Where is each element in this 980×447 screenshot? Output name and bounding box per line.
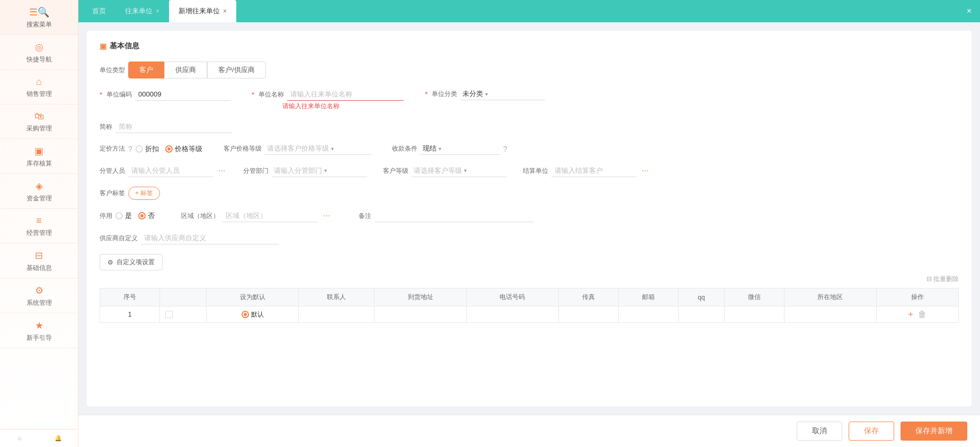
- disabled-no-circle: [138, 212, 146, 220]
- col-region: 所在地区: [784, 288, 876, 306]
- unit-name-col: * 单位名称 请输入往来单位名称: [252, 88, 404, 111]
- customer-level-placeholder: 请选择客户等级: [414, 166, 462, 176]
- disabled-yes-radio[interactable]: 是: [115, 211, 132, 221]
- disabled-radio-group: 是 否: [115, 211, 155, 221]
- sidebar-item-label: 新手引导: [26, 334, 52, 343]
- tabs-bar-close-all[interactable]: ×: [967, 6, 972, 16]
- unit-type-item: 单位类型 客户 供应商 客户/供应商: [100, 62, 266, 78]
- region-more-btn[interactable]: ···: [321, 211, 332, 221]
- batch-delete-label[interactable]: 批量删除: [933, 275, 959, 283]
- custom-settings-label: 自定义项设置: [117, 258, 155, 267]
- department-placeholder: 请输入分管部门: [274, 166, 322, 176]
- settlement-unit-input[interactable]: [551, 164, 636, 177]
- sidebar-item-finance[interactable]: ◈ 资金管理: [0, 174, 78, 209]
- unit-name-input[interactable]: [287, 88, 404, 101]
- sidebar-item-basic[interactable]: ⊟ 基础信息: [0, 243, 78, 278]
- unit-category-label: 单位分类: [432, 90, 457, 99]
- sidebar-item-system[interactable]: ⚙ 系统管理: [0, 278, 78, 313]
- short-name-input[interactable]: [115, 120, 232, 133]
- unit-type-label: 单位类型: [100, 66, 125, 75]
- purchase-icon: 🛍: [34, 111, 44, 122]
- cell-qq: [679, 306, 724, 323]
- default-radio-circle: [242, 311, 249, 318]
- manager-label: 分管人员: [100, 166, 125, 176]
- pricing-level-radio[interactable]: 价格等级: [165, 144, 202, 154]
- sidebar-item-purchase[interactable]: 🛍 采购管理: [0, 104, 78, 139]
- manager-more-btn[interactable]: ···: [216, 166, 227, 176]
- col-wechat: 微信: [724, 288, 784, 306]
- tab-home-label: 首页: [92, 6, 106, 16]
- short-name-row: 简称: [100, 120, 959, 133]
- save-button[interactable]: 保存: [849, 422, 894, 441]
- payment-terms-select[interactable]: 现结 ▾: [421, 143, 500, 155]
- delete-row-btn[interactable]: 🗑: [916, 310, 928, 319]
- custom-settings-btn[interactable]: ⚙ 自定义项设置: [100, 254, 163, 270]
- panel-title: ▣ 基本信息: [100, 41, 959, 51]
- sidebar-item-inventory[interactable]: ▣ 库存核算: [0, 139, 78, 174]
- unit-category-value: 未分类: [462, 89, 483, 99]
- add-tag-btn[interactable]: + 标签: [128, 187, 160, 200]
- region-input[interactable]: [222, 209, 318, 222]
- department-chevron-icon: ▾: [324, 168, 327, 173]
- cancel-button[interactable]: 取消: [797, 422, 842, 441]
- custom-settings-row: ⚙ 自定义项设置: [100, 254, 959, 270]
- cell-checkbox[interactable]: [160, 306, 207, 323]
- disabled-no-radio[interactable]: 否: [138, 211, 155, 221]
- pricing-info-icon[interactable]: ?: [128, 145, 132, 153]
- row-checkbox[interactable]: [165, 311, 173, 318]
- pricing-level-circle: [165, 145, 173, 153]
- content-area: ▣ 基本信息 单位类型 客户 供应商 客户/供应商 * 单位编码: [78, 22, 980, 447]
- sidebar-home-btn[interactable]: ⌂: [0, 430, 39, 447]
- notify-icon: 🔔: [55, 435, 62, 442]
- pricing-level-label: 价格等级: [175, 144, 202, 154]
- tab-new-partner-close[interactable]: ×: [223, 7, 227, 15]
- tab-partners[interactable]: 往来单位 ×: [115, 0, 169, 22]
- customer-level-select[interactable]: 请选择客户等级 ▾: [412, 165, 507, 177]
- unit-type-group: 客户 供应商 客户/供应商: [128, 62, 266, 78]
- unit-code-input[interactable]: [135, 88, 230, 101]
- payment-terms-value: 现结: [423, 144, 436, 153]
- remark-input[interactable]: [375, 209, 533, 222]
- unit-type-customer-btn[interactable]: 客户: [128, 62, 164, 78]
- col-default: 设为默认: [207, 288, 299, 306]
- pricing-method-label: 定价方法: [100, 144, 125, 153]
- sidebar-item-guide[interactable]: ★ 新手引导: [0, 313, 78, 348]
- add-row-btn[interactable]: +: [906, 310, 914, 319]
- home-bottom-icon: ⌂: [17, 435, 21, 441]
- department-select[interactable]: 请输入分管部门 ▾: [272, 165, 367, 177]
- payment-terms-chevron-icon: ▾: [439, 146, 441, 152]
- manager-input[interactable]: [128, 164, 213, 177]
- region-item: 区域（地区） ···: [181, 209, 332, 222]
- settlement-unit-more-btn[interactable]: ···: [639, 166, 651, 176]
- quick-nav-icon: ◎: [35, 41, 43, 53]
- settlement-unit-item: 结算单位 ···: [523, 164, 651, 177]
- tab-home[interactable]: 首页: [83, 0, 115, 22]
- sidebar-item-label: 基础信息: [26, 264, 52, 273]
- payment-terms-info-icon[interactable]: ?: [503, 145, 507, 153]
- sidebar-item-operations[interactable]: ≡ 经营管理: [0, 209, 78, 243]
- sidebar-item-quick-nav[interactable]: ◎ 快捷导航: [0, 35, 78, 70]
- pricing-method-item: 定价方法 ? 折扣 价格等级: [100, 144, 202, 154]
- sidebar-item-sales[interactable]: ⌂ 销售管理: [0, 70, 78, 104]
- search-icon: ☰🔍: [29, 6, 49, 18]
- customer-level-label: 客户等级: [383, 166, 408, 176]
- cell-fax: [558, 306, 618, 323]
- pricing-discount-radio[interactable]: 折扣: [136, 144, 159, 154]
- main-area: 首页 往来单位 × 新增往来单位 × × ▣ 基本信息 单位类型 客户: [78, 0, 980, 447]
- tab-new-partner[interactable]: 新增往来单位 ×: [169, 0, 236, 22]
- tab-new-partner-label: 新增往来单位: [179, 6, 220, 16]
- tab-partners-close[interactable]: ×: [156, 7, 159, 15]
- sidebar-notify-btn[interactable]: 🔔: [39, 430, 78, 447]
- unit-type-supplier-btn[interactable]: 供应商: [164, 62, 207, 78]
- cell-actions: + 🗑: [876, 306, 958, 323]
- unit-type-both-btn[interactable]: 客户/供应商: [207, 62, 266, 78]
- sidebar-item-search[interactable]: ☰🔍 搜索菜单: [0, 0, 78, 35]
- supplier-custom-input[interactable]: [141, 232, 279, 244]
- unit-category-select[interactable]: 未分类 ▾: [460, 88, 545, 100]
- default-radio[interactable]: 默认: [212, 310, 293, 319]
- sidebar: ☰🔍 搜索菜单 ◎ 快捷导航 ⌂ 销售管理 🛍 采购管理 ▣ 库存核算 ◈ 资金…: [0, 0, 78, 447]
- customer-price-level-select[interactable]: 请选择客户价格等级 ▾: [265, 143, 371, 155]
- department-label: 分管部门: [243, 166, 269, 176]
- sales-icon: ⌂: [36, 76, 42, 87]
- save-new-button[interactable]: 保存并新增: [901, 422, 967, 441]
